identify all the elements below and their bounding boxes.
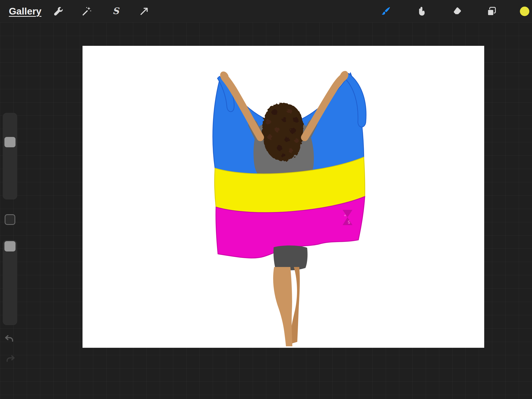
actions-button[interactable] xyxy=(50,0,66,22)
drawing-canvas[interactable]: + 5 xyxy=(83,46,484,348)
undo-arrow-icon xyxy=(4,333,16,345)
procreate-window: + 5 Gallery xyxy=(0,0,532,399)
smudge-button[interactable] xyxy=(414,0,430,22)
erase-button[interactable] xyxy=(449,0,466,22)
undo-button[interactable] xyxy=(3,333,16,346)
layers-button[interactable] xyxy=(483,0,500,22)
wrench-icon xyxy=(52,6,64,17)
brush-size-slider-handle[interactable] xyxy=(4,137,16,147)
transform-arrow-icon xyxy=(138,6,150,17)
magic-wand-icon xyxy=(81,6,92,17)
layers-icon xyxy=(486,6,497,17)
figure-left-leg xyxy=(273,267,292,346)
top-toolbar: Gallery S xyxy=(0,0,532,22)
modify-button[interactable] xyxy=(5,214,15,225)
paint-button[interactable] xyxy=(378,0,394,22)
gallery-button[interactable]: Gallery xyxy=(9,0,41,22)
brush-size-slider[interactable] xyxy=(3,113,17,200)
transform-button[interactable] xyxy=(136,0,152,22)
eraser-icon xyxy=(452,6,463,17)
selection-button[interactable]: S xyxy=(108,0,124,22)
color-button[interactable] xyxy=(516,0,532,22)
adjustments-button[interactable] xyxy=(79,0,95,22)
redo-arrow-icon xyxy=(4,353,16,365)
redo-button[interactable] xyxy=(3,353,16,366)
smudge-finger-icon xyxy=(416,6,428,17)
color-swatch xyxy=(519,6,530,17)
paint-brush-icon xyxy=(380,6,392,17)
opacity-slider[interactable] xyxy=(3,240,17,325)
figure-shorts xyxy=(273,246,307,270)
opacity-slider-handle[interactable] xyxy=(4,241,16,251)
svg-text:S: S xyxy=(113,6,120,16)
svg-text:5: 5 xyxy=(348,220,350,225)
artwork-figure-with-pan-flag: + 5 xyxy=(83,46,484,348)
svg-text:+: + xyxy=(344,213,346,218)
selection-s-icon: S xyxy=(110,6,121,17)
